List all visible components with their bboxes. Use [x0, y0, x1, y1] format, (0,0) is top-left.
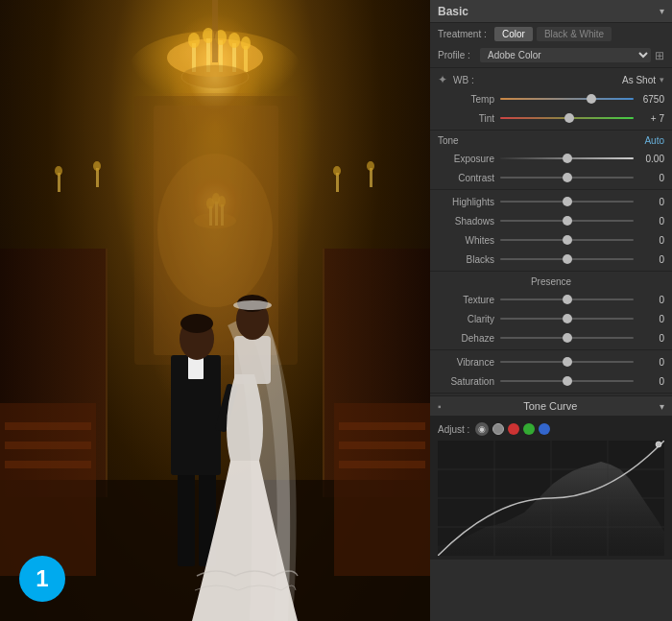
shadows-slider-thumb[interactable]	[563, 216, 572, 226]
blacks-slider-thumb[interactable]	[563, 254, 572, 264]
temp-slider-track	[500, 98, 634, 100]
svg-rect-36	[5, 461, 91, 468]
vibrance-slider-track	[500, 361, 634, 363]
presence-title: Presence	[430, 274, 672, 290]
profile-select[interactable]: Adobe Color	[480, 48, 651, 62]
panel-arrow[interactable]: ▾	[660, 6, 664, 16]
highlights-slider-container[interactable]	[500, 194, 634, 209]
color-button[interactable]: Color	[494, 27, 533, 41]
dehaze-slider-track	[500, 337, 634, 339]
adjust-label: Adjust :	[438, 424, 469, 435]
saturation-slider-container[interactable]	[500, 373, 634, 389]
tint-label: Tint	[438, 113, 500, 124]
point-curve-icon[interactable]: ◉	[475, 422, 489, 436]
whites-slider-thumb[interactable]	[563, 235, 572, 245]
tint-slider-container[interactable]	[500, 110, 634, 126]
tone-curve-arrow[interactable]: ▾	[660, 401, 664, 412]
contrast-label: Contrast	[438, 173, 500, 183]
svg-rect-24	[336, 173, 339, 192]
panel-header: Basic ▾	[430, 0, 672, 23]
eyedropper-icon[interactable]: ✦	[438, 73, 447, 86]
svg-rect-20	[58, 173, 60, 192]
vibrance-slider-thumb[interactable]	[563, 357, 572, 367]
svg-rect-35	[5, 442, 91, 449]
clarity-slider-thumb[interactable]	[563, 314, 572, 323]
temp-value: 6750	[634, 94, 664, 105]
exposure-slider-thumb[interactable]	[563, 154, 572, 163]
svg-rect-37	[339, 422, 425, 430]
tone-curve-canvas[interactable]	[438, 441, 664, 556]
exposure-value: 0.00	[634, 154, 664, 164]
clarity-value: 0	[634, 314, 664, 324]
saturation-slider-track	[500, 380, 634, 382]
svg-point-27	[367, 161, 374, 171]
channel-dot-red[interactable]	[508, 423, 519, 435]
channel-dot-green[interactable]	[523, 423, 535, 435]
contrast-slider-thumb[interactable]	[563, 173, 572, 182]
channel-dot-blue[interactable]	[539, 423, 550, 435]
texture-slider-thumb[interactable]	[563, 295, 572, 304]
svg-point-6	[188, 33, 200, 48]
wb-value: As Shot	[480, 75, 656, 85]
clarity-slider-track	[500, 318, 634, 320]
contrast-slider-container[interactable]	[500, 170, 634, 185]
vibrance-value: 0	[634, 357, 664, 368]
highlights-slider-thumb[interactable]	[563, 197, 572, 206]
step-number: 1	[36, 565, 48, 592]
tint-slider-thumb[interactable]	[564, 113, 574, 123]
temp-slider-container[interactable]	[500, 91, 634, 107]
svg-rect-5	[244, 46, 248, 72]
exposure-slider-track	[500, 157, 634, 159]
svg-point-9	[228, 33, 240, 48]
saturation-slider-thumb[interactable]	[563, 376, 572, 386]
scene-svg	[0, 0, 430, 621]
tone-curve-collapse-icon[interactable]: ▪	[438, 401, 442, 412]
divider-3	[430, 189, 672, 190]
auto-button[interactable]: Auto	[644, 135, 664, 146]
vibrance-slider-container[interactable]	[500, 354, 634, 370]
svg-rect-39	[339, 461, 425, 468]
contrast-slider-track	[500, 177, 634, 179]
grid-icon[interactable]: ⊞	[655, 49, 664, 62]
temp-row: Temp 6750	[430, 89, 672, 108]
shadows-label: Shadows	[438, 216, 500, 227]
dehaze-slider-container[interactable]	[500, 330, 634, 346]
shadows-row: Shadows 0	[430, 211, 672, 230]
contrast-row: Contrast 0	[430, 168, 672, 187]
dehaze-row: Dehaze 0	[430, 328, 672, 347]
dehaze-value: 0	[634, 333, 664, 344]
photo-panel: 1	[0, 0, 430, 621]
exposure-row: Exposure 0.00	[430, 149, 672, 168]
svg-point-23	[93, 161, 101, 171]
vibrance-label: Vibrance	[438, 357, 500, 368]
tone-curve-header: ▪ Tone Curve ▾	[430, 395, 672, 416]
divider-5	[430, 349, 672, 350]
treatment-label: Treatment :	[438, 29, 491, 39]
exposure-slider-container[interactable]	[500, 151, 634, 166]
tone-curve-title: Tone Curve	[523, 400, 577, 412]
temp-slider-thumb[interactable]	[587, 94, 596, 104]
clarity-slider-container[interactable]	[500, 311, 634, 326]
tone-curve-svg	[438, 441, 664, 556]
channel-dot-white[interactable]	[492, 423, 504, 435]
blacks-label: Blacks	[438, 254, 500, 265]
highlights-slider-track	[500, 201, 634, 203]
texture-slider-container[interactable]	[500, 292, 634, 307]
tint-slider-track	[500, 117, 634, 119]
svg-point-30	[157, 154, 273, 307]
divider-1	[430, 67, 672, 68]
highlights-row: Highlights 0	[430, 192, 672, 211]
whites-slider-container[interactable]	[500, 232, 634, 248]
shadows-slider-container[interactable]	[500, 213, 634, 228]
panel-scroll-content[interactable]: Treatment : Color Black & White Profile …	[430, 23, 672, 621]
shadows-slider-track	[500, 220, 634, 222]
black-white-button[interactable]: Black & White	[537, 27, 612, 41]
dehaze-slider-thumb[interactable]	[563, 333, 572, 343]
svg-rect-26	[370, 168, 372, 187]
temp-label: Temp	[438, 94, 500, 105]
wb-dropdown-arrow[interactable]: ▾	[660, 75, 664, 84]
treatment-row: Treatment : Color Black & White	[430, 23, 672, 45]
step-badge: 1	[19, 556, 65, 602]
whites-label: Whites	[438, 235, 500, 246]
blacks-slider-container[interactable]	[500, 251, 634, 267]
